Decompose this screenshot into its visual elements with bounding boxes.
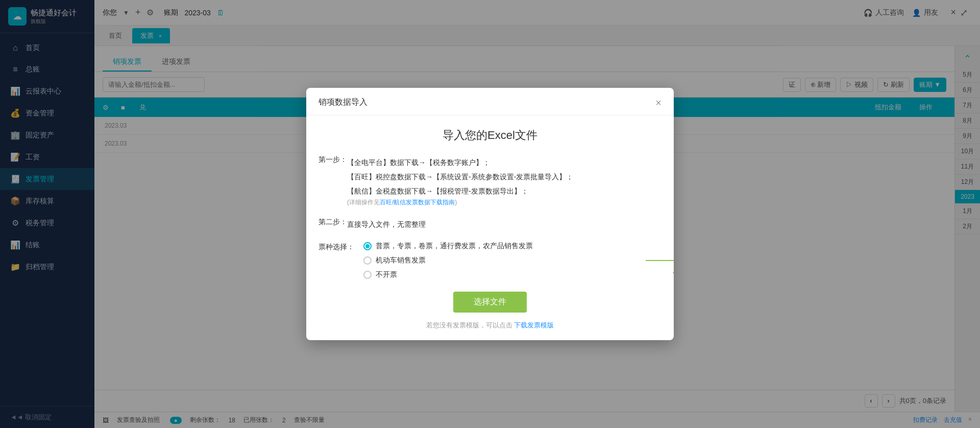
radio-circle-1 (363, 256, 372, 265)
dialog-title: 销项数据导入 (318, 97, 368, 108)
import-dialog: 销项数据导入 × 导入您的Excel文件 第一步： 【全电平台】数据下载→【税务… (306, 88, 674, 340)
download-template-link[interactable]: 下载发票模版 (514, 321, 554, 329)
radio-item-0[interactable]: 普票，专票，卷票，通行费发票，农产品销售发票 (363, 242, 533, 251)
step2-section: 第二步： 直接导入文件，无需整理 (318, 217, 662, 231)
radio-circle-0 (363, 242, 372, 250)
step1-line-1: 【全电平台】数据下载→【税务数字账户】； (347, 155, 573, 170)
radio-item-2[interactable]: 不开票 (363, 270, 533, 279)
radio-label-1: 机动车销售发票 (376, 256, 426, 265)
dialog-footer-note: 若您没有发票模版，可以点击 下载发票模版 (318, 321, 662, 330)
radio-circle-2 (363, 271, 372, 279)
radio-dot-0 (365, 244, 370, 248)
dialog-overlay: 销项数据导入 × 导入您的Excel文件 第一步： 【全电平台】数据下载→【税务… (0, 0, 980, 428)
ticket-select-section: 票种选择： 普票，专票，卷票，通行费发票，农产品销售发票 机动车销售发票 (318, 242, 662, 279)
select-file-button[interactable]: 选择文件 (453, 292, 527, 313)
dialog-body: 导入您的Excel文件 第一步： 【全电平台】数据下载→【税务数字账户】； 【百… (306, 115, 674, 340)
step1-line-3: 【航信】金税盘数据下载→【报税管理-发票数据导出】； (347, 184, 573, 198)
step1-section: 第一步： 【全电平台】数据下载→【税务数字账户】； 【百旺】税控盘数据下载→【系… (318, 155, 662, 207)
guide-link[interactable]: 百旺/航信发票数据下载指南 (380, 199, 455, 206)
radio-label-0: 普票，专票，卷票，通行费发票，农产品销售发票 (376, 242, 533, 251)
step1-note: (详细操作见百旺/航信发票数据下载指南) (347, 198, 573, 207)
step2-label: 第二步： (318, 218, 347, 227)
step1-label: 第一步： (318, 155, 347, 203)
tooltip-arrow (673, 269, 674, 277)
footer-note-text: 若您没有发票模版，可以点击 (426, 321, 512, 329)
dialog-main-title: 导入您的Excel文件 (318, 128, 662, 143)
ticket-label: 票种选择： (318, 242, 359, 252)
dialog-close-button[interactable]: × (655, 98, 662, 108)
radio-item-1[interactable]: 机动车销售发票 (363, 256, 533, 265)
tooltip-connector (646, 258, 674, 263)
radio-group: 普票，专票，卷票，通行费发票，农产品销售发票 机动车销售发票 (361, 242, 533, 279)
dialog-header: 销项数据导入 × (306, 88, 674, 115)
step1-line-2: 【百旺】税控盘数据下载→【系统设置-系统参数设置-发票批量导入】； (347, 170, 573, 184)
step2-text: 直接导入文件，无需整理 (347, 217, 426, 231)
radio-label-2: 不开票 (376, 270, 397, 279)
step1-content: 【全电平台】数据下载→【税务数字账户】； 【百旺】税控盘数据下载→【系统设置-系… (347, 155, 573, 207)
